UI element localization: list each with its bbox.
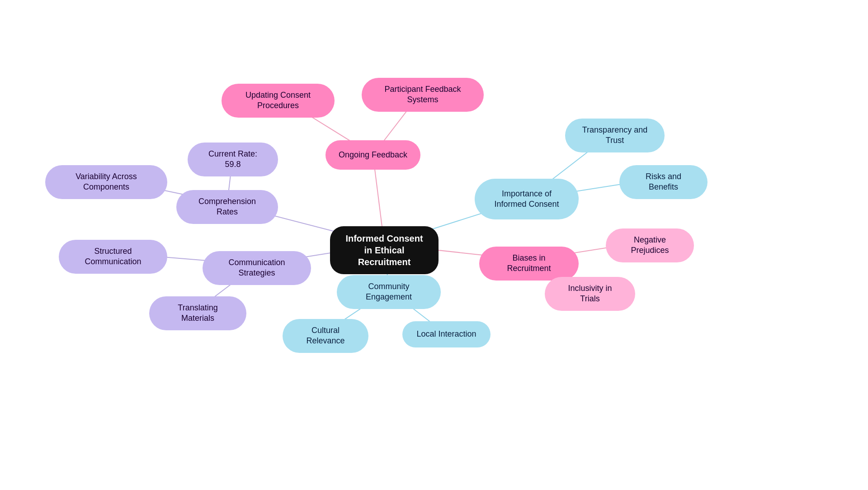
node-translating_materials: Translating Materials [149, 296, 246, 330]
mindmap-container: Informed Consent in Ethical RecruitmentO… [0, 0, 868, 490]
node-community_engagement: Community Engagement [337, 275, 441, 309]
node-inclusivity_trials: Inclusivity in Trials [545, 277, 635, 311]
node-participant_feedback: Participant Feedback Systems [362, 78, 484, 112]
node-risks_benefits: Risks and Benefits [619, 165, 708, 199]
node-center: Informed Consent in Ethical Recruitment [330, 226, 439, 274]
node-updating_consent: Updating Consent Procedures [222, 84, 335, 118]
node-biases_recruitment: Biases in Recruitment [479, 247, 579, 281]
node-current_rate: Current Rate: 59.8 [188, 143, 278, 176]
node-structured_communication: Structured Communication [59, 240, 167, 274]
node-importance_informed_consent: Importance of Informed Consent [475, 179, 579, 219]
node-communication_strategies: Communication Strategies [203, 251, 311, 285]
node-cultural_relevance: Cultural Relevance [283, 319, 368, 353]
node-ongoing_feedback: Ongoing Feedback [326, 140, 420, 170]
node-negative_prejudices: Negative Prejudices [606, 228, 694, 262]
node-comprehension_rates: Comprehension Rates [176, 190, 278, 224]
node-local_interaction: Local Interaction [402, 321, 491, 347]
node-variability_components: Variability Across Components [45, 165, 167, 199]
node-transparency_trust: Transparency and Trust [565, 119, 665, 152]
